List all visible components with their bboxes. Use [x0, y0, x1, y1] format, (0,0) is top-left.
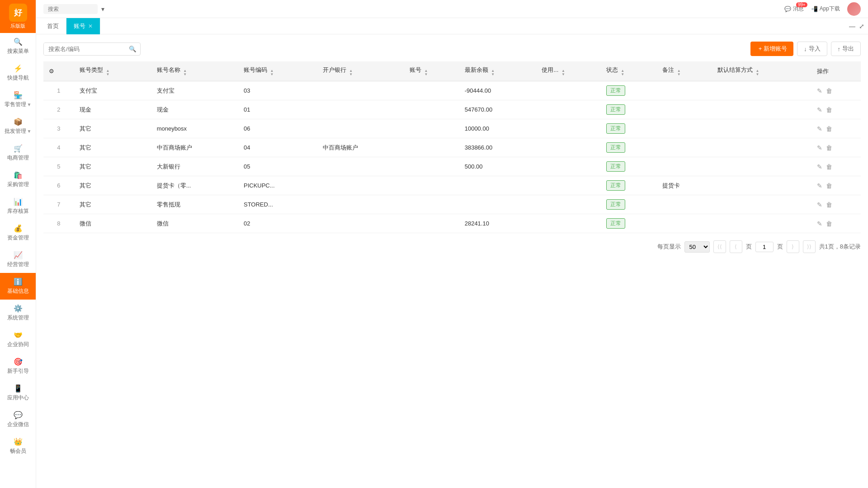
row-code: 03: [238, 81, 317, 100]
sidebar-item-label: 畅会员: [10, 447, 26, 455]
first-page-button[interactable]: ⟨⟨: [713, 240, 726, 253]
prev-page-button[interactable]: ⟨: [730, 240, 742, 253]
sidebar-item-finance[interactable]: 💰 资金管理: [0, 220, 36, 246]
delete-icon[interactable]: 🗑: [826, 106, 832, 113]
edit-icon[interactable]: ✎: [817, 87, 822, 94]
row-type: 现金: [74, 100, 151, 119]
edit-icon[interactable]: ✎: [817, 182, 822, 189]
row-type: 其它: [74, 119, 151, 138]
top-header: ▾ 💬 消息 99+ 📲 App下载: [36, 0, 868, 18]
row-num: 8: [43, 214, 74, 233]
sidebar-item-guide[interactable]: 🎯 新手引导: [0, 353, 36, 380]
sidebar-item-operations[interactable]: 📈 经营管理: [0, 246, 36, 273]
delete-icon[interactable]: 🗑: [826, 163, 832, 170]
sidebar-item-wholesale[interactable]: 📦 批发管理 ▼: [0, 113, 36, 140]
sidebar-item-ecommerce[interactable]: 🛒 电商管理: [0, 140, 36, 166]
export-label: 导出: [842, 45, 854, 53]
row-note: [657, 81, 712, 100]
sidebar-item-quicknav[interactable]: ⚡ 快捷导航: [0, 60, 36, 86]
sidebar-item-enterprise-collab[interactable]: 🤝 企业协同: [0, 326, 36, 353]
top-search-input[interactable]: [43, 4, 98, 14]
inventory-icon: 📊: [14, 197, 23, 206]
col-name[interactable]: 账号名称 ▲▼: [151, 61, 238, 81]
col-bank[interactable]: 开户银行 ▲▼: [317, 61, 404, 81]
status-badge: 正常: [606, 161, 625, 172]
basic-info-icon: ℹ️: [14, 277, 23, 286]
col-code[interactable]: 账号编码 ▲▼: [238, 61, 317, 81]
avatar[interactable]: [847, 2, 861, 16]
col-type[interactable]: 账号类型 ▲▼: [74, 61, 151, 81]
col-balance[interactable]: 最新余额 ▲▼: [459, 61, 537, 81]
delete-icon[interactable]: 🗑: [826, 87, 832, 94]
sidebar-item-system[interactable]: ⚙️ 系统管理: [0, 300, 36, 326]
tab-account[interactable]: 账号 ✕: [66, 18, 100, 34]
tab-home[interactable]: 首页: [40, 18, 66, 34]
delete-icon[interactable]: 🗑: [826, 220, 832, 227]
app-download-button[interactable]: 📲 App下载: [811, 5, 840, 13]
sidebar-item-inventory[interactable]: 📊 库存核算: [0, 193, 36, 220]
row-balance: 383866.00: [459, 138, 537, 157]
row-usage: [536, 214, 600, 233]
finance-icon: 💰: [14, 224, 23, 233]
action-buttons: + 新增账号 ↓ 导入 ↑ 导出: [750, 42, 861, 56]
col-note[interactable]: 备注 ▲▼: [657, 61, 712, 81]
pagination: 每页显示 50 100 200 ⟨⟨ ⟨ 页 页 ⟩ ⟩⟩ 共1页，8条记录: [43, 240, 861, 253]
search-input[interactable]: [44, 43, 125, 55]
table-row: 3 其它 moneybosx 06 10000.00 正常 ✎ 🗑: [43, 119, 861, 138]
delete-icon[interactable]: 🗑: [826, 125, 832, 132]
edit-icon[interactable]: ✎: [817, 144, 822, 151]
retail-icon: 🏪: [14, 91, 23, 99]
dropdown-button[interactable]: ▾: [101, 5, 104, 13]
row-type: 支付宝: [74, 81, 151, 100]
sidebar-item-retail[interactable]: 🏪 零售管理 ▼: [0, 86, 36, 113]
row-num: 5: [43, 157, 74, 176]
row-status: 正常: [601, 119, 657, 138]
col-account[interactable]: 账号 ▲▼: [404, 61, 459, 81]
tab-close-icon[interactable]: ✕: [88, 23, 93, 29]
row-code: 05: [238, 157, 317, 176]
row-name: 中百商场账户: [151, 138, 238, 157]
sidebar-item-basic-info[interactable]: ℹ️ 基础信息: [0, 273, 36, 300]
row-balance: 28241.10: [459, 214, 537, 233]
col-usage[interactable]: 使用... ▲▼: [536, 61, 600, 81]
sidebar-item-label: 经营管理: [7, 261, 29, 268]
edit-icon[interactable]: ✎: [817, 125, 822, 132]
header-right: 💬 消息 99+ 📲 App下载: [784, 2, 861, 16]
delete-icon[interactable]: 🗑: [826, 144, 832, 151]
page-input[interactable]: [755, 242, 774, 252]
export-button[interactable]: ↑ 导出: [831, 42, 861, 56]
sidebar-item-app-center[interactable]: 📱 应用中心: [0, 380, 36, 406]
last-page-button[interactable]: ⟩⟩: [803, 240, 816, 253]
row-note: [657, 138, 712, 157]
search-button[interactable]: 🔍: [125, 43, 140, 55]
col-actions: 操作: [811, 61, 861, 81]
edit-icon[interactable]: ✎: [817, 106, 822, 113]
sidebar-item-label: 搜索菜单: [7, 47, 29, 55]
sort-icons: ▲▼: [561, 69, 565, 76]
sidebar-item-search[interactable]: 🔍 搜索菜单: [0, 33, 36, 60]
accounts-table: ⚙ 账号类型 ▲▼ 账号名称 ▲▼ 账号编码 ▲▼: [43, 61, 861, 233]
delete-icon[interactable]: 🗑: [826, 182, 832, 189]
col-status[interactable]: 状态 ▲▼: [601, 61, 657, 81]
edit-icon[interactable]: ✎: [817, 220, 822, 227]
edit-icon[interactable]: ✎: [817, 201, 822, 208]
row-code: STORED...: [238, 195, 317, 214]
edit-icon[interactable]: ✎: [817, 163, 822, 170]
tab-maximize-button[interactable]: ⤢: [859, 23, 864, 30]
tab-minimize-button[interactable]: —: [849, 23, 855, 30]
delete-icon[interactable]: 🗑: [826, 201, 832, 208]
sidebar-item-enterprise-wechat[interactable]: 💬 企业微信: [0, 406, 36, 433]
next-page-button[interactable]: ⟩: [787, 240, 799, 253]
col-settings[interactable]: ⚙: [43, 61, 74, 81]
row-name: 支付宝: [151, 81, 238, 100]
sidebar-item-purchase[interactable]: 🛍️ 采购管理: [0, 166, 36, 193]
add-account-button[interactable]: + 新增账号: [750, 42, 793, 56]
col-default-payment[interactable]: 默认结算方式 ▲▼: [712, 61, 811, 81]
status-badge: 正常: [606, 104, 625, 115]
per-page-select[interactable]: 50 100 200: [684, 241, 710, 253]
message-button[interactable]: 💬 消息 99+: [784, 5, 804, 13]
row-account: [404, 138, 459, 157]
row-usage: [536, 195, 600, 214]
import-button[interactable]: ↓ 导入: [797, 42, 827, 56]
sidebar-item-member[interactable]: 👑 畅会员: [0, 433, 36, 460]
